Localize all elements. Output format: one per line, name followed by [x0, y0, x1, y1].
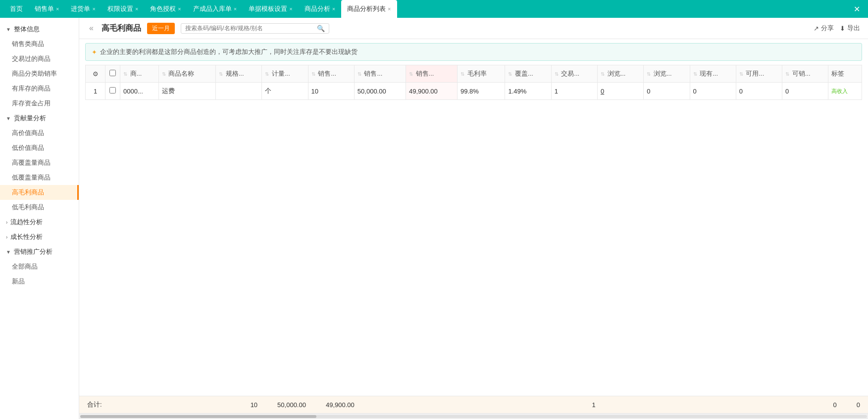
- footer-total: 合计: 10 50,000.00 49,900.00 1 0 0: [79, 396, 868, 413]
- nav-close-inbound[interactable]: ×: [234, 6, 237, 12]
- sort-gross-margin-icon: ⇅: [460, 71, 464, 77]
- col-browse2[interactable]: ⇅ 浏览...: [644, 65, 690, 83]
- export-icon: ⬇: [840, 25, 845, 32]
- cell-name: 运费: [158, 83, 216, 100]
- col-tag[interactable]: 标签: [828, 65, 862, 83]
- nav-permission[interactable]: 权限设置 ×: [102, 0, 144, 18]
- sort-browse1-icon: ⇅: [601, 71, 605, 77]
- sidebar-item-high-coverage[interactable]: 高覆盖量商品: [0, 155, 79, 170]
- cell-checkbox[interactable]: [105, 83, 120, 100]
- sidebar-group-flow[interactable]: › 流趋性分析: [0, 215, 79, 230]
- settings-icon[interactable]: ⚙: [93, 70, 99, 78]
- nav-home[interactable]: 首页: [4, 0, 29, 18]
- select-all-checkbox[interactable]: [109, 70, 116, 76]
- cell-gross-margin: 99.8%: [458, 83, 505, 100]
- filter-period-button[interactable]: 近一月: [147, 23, 175, 34]
- horizontal-scrollbar[interactable]: [79, 413, 868, 419]
- window-controls: ✕: [854, 4, 864, 14]
- share-icon: ↗: [814, 25, 819, 32]
- nav-template[interactable]: 单据模板设置 ×: [243, 0, 298, 18]
- sidebar-group-overall[interactable]: ▼ 整体信息: [0, 22, 79, 37]
- sort-browse2-icon: ⇅: [647, 71, 651, 77]
- sidebar-item-sales-goods[interactable]: 销售类商品: [0, 37, 79, 51]
- sidebar-group-contribution[interactable]: ▼ 贡献量分析: [0, 111, 79, 126]
- close-window-icon[interactable]: ✕: [854, 4, 860, 14]
- col-gross-margin[interactable]: ⇅ 毛利率: [458, 65, 505, 83]
- cell-stock-sellable: 0: [782, 83, 828, 100]
- tag-badge: 高收入: [831, 88, 848, 94]
- nav-sales[interactable]: 销售单 ×: [29, 0, 65, 18]
- export-button[interactable]: ⬇ 导出: [840, 24, 860, 33]
- col-stock-available[interactable]: ⇅ 可用...: [736, 65, 782, 83]
- nav-close-purchase[interactable]: ×: [92, 6, 95, 12]
- col-stock-sellable[interactable]: ⇅ 可销...: [782, 65, 828, 83]
- col-sales-cost[interactable]: ⇅ 销售...: [406, 65, 457, 83]
- cell-transaction: 1: [551, 83, 597, 100]
- table-container[interactable]: ⚙ ⇅ 商... ⇅ 商品名称: [79, 65, 868, 396]
- nav-role[interactable]: 角色授权 ×: [144, 0, 187, 18]
- sort-stock-current-icon: ⇅: [693, 71, 697, 77]
- col-code[interactable]: ⇅ 商...: [120, 65, 159, 83]
- col-stock-current[interactable]: ⇅ 现有...: [690, 65, 736, 83]
- cell-unit: 个: [262, 83, 308, 100]
- total-stock-available: 0: [857, 401, 860, 409]
- col-sales-amount[interactable]: ⇅ 销售...: [354, 65, 406, 83]
- col-checkbox[interactable]: [105, 65, 120, 83]
- col-spec[interactable]: ⇅ 规格...: [216, 65, 262, 83]
- chevron-flow-icon: ›: [6, 220, 7, 225]
- sort-stock-sellable-icon: ⇅: [785, 71, 789, 77]
- sidebar-item-category-rate[interactable]: 商品分类助销率: [0, 66, 79, 81]
- nav-close-template[interactable]: ×: [289, 6, 292, 12]
- nav-close-permission[interactable]: ×: [135, 6, 138, 12]
- total-transaction: 1: [592, 401, 596, 409]
- search-icon[interactable]: 🔍: [317, 25, 325, 32]
- nav-purchase[interactable]: 进货单 ×: [65, 0, 101, 18]
- table-row: 1 0000... 运费 个 10 50,000.00 49,900.00 99…: [86, 83, 862, 100]
- cell-tag: 高收入: [828, 83, 862, 100]
- nav-close-sales[interactable]: ×: [56, 6, 59, 12]
- info-banner: ✦ 企业的主要的利润都是这部分商品创造的，可考虑加大推广，同时关注库存是不要出现…: [85, 43, 862, 61]
- scrollbar-thumb[interactable]: [80, 415, 316, 418]
- share-button[interactable]: ↗ 分享: [814, 24, 834, 33]
- sidebar-item-low-value[interactable]: 低价值商品: [0, 140, 79, 155]
- sidebar-collapse-button[interactable]: «: [87, 22, 96, 35]
- sidebar-item-low-margin[interactable]: 低毛利商品: [0, 200, 79, 215]
- cell-code: 0000...: [120, 83, 159, 100]
- sidebar-item-high-margin[interactable]: 高毛利商品: [0, 185, 79, 200]
- main-layout: ▼ 整体信息 销售类商品 交易过的商品 商品分类助销率 有库存的商品 库存资金占…: [0, 18, 868, 419]
- nav-close-product-analysis-list[interactable]: ×: [388, 6, 391, 12]
- search-input[interactable]: [185, 25, 317, 32]
- nav-close-product-analysis[interactable]: ×: [332, 6, 335, 12]
- search-box: 🔍: [181, 23, 329, 34]
- nav-product-analysis-list[interactable]: 商品分析列表 ×: [341, 0, 397, 18]
- nav-close-role[interactable]: ×: [178, 6, 181, 12]
- info-icon: ✦: [92, 48, 97, 56]
- row-checkbox[interactable]: [109, 87, 116, 93]
- sidebar-item-new-goods[interactable]: 新品: [0, 274, 79, 289]
- sidebar-item-all-goods[interactable]: 全部商品: [0, 259, 79, 274]
- total-sales-qty: 10: [251, 401, 257, 409]
- chevron-overall-icon: ▼: [6, 27, 11, 32]
- sidebar-group-growth[interactable]: › 成长性分析: [0, 230, 79, 244]
- sidebar-item-traded-goods[interactable]: 交易过的商品: [0, 51, 79, 66]
- col-browse1[interactable]: ⇅ 浏览...: [598, 65, 644, 83]
- col-name[interactable]: ⇅ 商品名称: [158, 65, 216, 83]
- sidebar-item-stock-capital[interactable]: 库存资金占用: [0, 96, 79, 111]
- col-unit[interactable]: ⇅ 计量...: [262, 65, 308, 83]
- sidebar-item-low-coverage[interactable]: 低覆盖量商品: [0, 170, 79, 185]
- sidebar-group-marketing[interactable]: ▼ 营销推广分析: [0, 244, 79, 259]
- nav-product-analysis[interactable]: 商品分析 ×: [299, 0, 341, 18]
- sort-stock-available-icon: ⇅: [739, 71, 743, 77]
- cell-browse1[interactable]: 0: [598, 83, 644, 100]
- cell-coverage: 1.49%: [505, 83, 551, 100]
- sidebar-item-high-value[interactable]: 高价值商品: [0, 126, 79, 140]
- sidebar-item-in-stock[interactable]: 有库存的商品: [0, 81, 79, 96]
- col-settings[interactable]: ⚙: [86, 65, 105, 83]
- col-transaction[interactable]: ⇅ 交易...: [551, 65, 597, 83]
- nav-inbound[interactable]: 产成品入库单 ×: [187, 0, 243, 18]
- sort-transaction-icon: ⇅: [555, 71, 559, 77]
- col-sales-qty[interactable]: ⇅ 销售...: [308, 65, 354, 83]
- product-table: ⚙ ⇅ 商... ⇅ 商品名称: [85, 65, 862, 100]
- total-stock-current: 0: [833, 401, 837, 409]
- col-coverage[interactable]: ⇅ 覆盖...: [505, 65, 551, 83]
